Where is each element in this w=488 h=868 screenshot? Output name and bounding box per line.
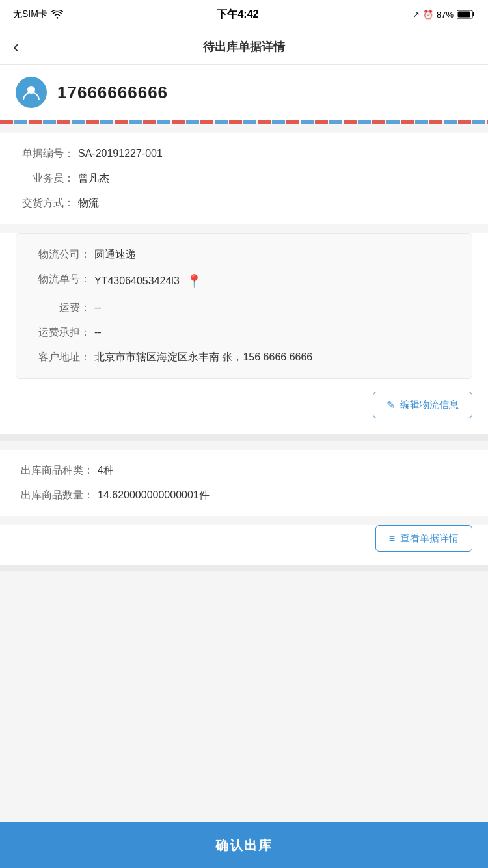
page-title: 待出库单据详情 <box>203 39 285 55</box>
view-icon: ≡ <box>389 533 395 545</box>
delivery-method-row: 交货方式： 物流 <box>16 195 472 211</box>
address-row: 客户地址： 北京市市辖区海淀区永丰南 张，156 6666 6666 <box>32 349 456 365</box>
view-details-button[interactable]: ≡ 查看单据详情 <box>375 525 472 552</box>
order-number-label: 单据编号： <box>16 146 74 161</box>
gray-separator-2 <box>0 565 488 571</box>
delivery-method-value: 物流 <box>78 195 472 211</box>
tracking-location-icon[interactable]: 📍 <box>186 271 202 291</box>
status-left: 无SIM卡 <box>13 8 63 20</box>
bottom-spacer <box>0 571 488 649</box>
wifi-icon <box>51 10 63 19</box>
dashed-divider <box>0 120 488 124</box>
edit-icon: ✎ <box>386 399 395 411</box>
salesman-value: 曾凡杰 <box>78 170 472 186</box>
order-number-value: SA-20191227-001 <box>78 146 472 161</box>
confirm-button-label: 确认出库 <box>215 837 273 854</box>
edit-logistics-button[interactable]: ✎ 编辑物流信息 <box>373 392 472 418</box>
logistics-company-value: 圆通速递 <box>94 247 456 262</box>
confirm-button[interactable]: 确认出库 <box>0 822 488 868</box>
logistics-tracking-value: YT43064053424l3 <box>94 273 180 289</box>
goods-type-value: 4种 <box>98 463 472 478</box>
goods-type-label: 出库商品种类： <box>16 463 94 478</box>
goods-quantity-label: 出库商品数量： <box>16 487 94 503</box>
freight-label: 运费： <box>32 300 90 316</box>
freight-bearer-label: 运费承担： <box>32 325 90 340</box>
freight-bearer-value: -- <box>94 325 456 340</box>
logistics-tracking-value-container: YT43064053424l3 📍 <box>94 271 456 291</box>
logistics-company-row: 物流公司： 圆通速递 <box>32 247 456 262</box>
goods-section: 出库商品种类： 4种 出库商品数量： 14.620000000000001件 <box>0 450 488 516</box>
gray-separator-1 <box>0 434 488 441</box>
nav-bar: ‹ 待出库单据详情 <box>0 29 488 65</box>
svg-rect-1 <box>472 12 474 16</box>
logistics-card: 物流公司： 圆通速递 物流单号： YT43064053424l3 📍 运费： -… <box>16 233 472 379</box>
logistics-company-label: 物流公司： <box>32 247 90 262</box>
view-btn-row: ≡ 查看单据详情 <box>0 525 488 565</box>
edit-btn-row: ✎ 编辑物流信息 <box>16 388 472 425</box>
alarm-icon: ⏰ <box>423 10 433 20</box>
salesman-row: 业务员： 曾凡杰 <box>16 170 472 186</box>
delivery-method-label: 交货方式： <box>16 195 74 211</box>
salesman-label: 业务员： <box>16 170 74 186</box>
goods-type-row: 出库商品种类： 4种 <box>16 463 472 478</box>
status-bar: 无SIM卡 下午4:42 ↗ ⏰ 87% <box>0 0 488 29</box>
freight-bearer-row: 运费承担： -- <box>32 325 456 340</box>
customer-header: 17666666666 <box>0 65 488 120</box>
order-number-row: 单据编号： SA-20191227-001 <box>16 146 472 161</box>
freight-value: -- <box>94 300 456 316</box>
battery-icon <box>457 10 475 19</box>
logistics-section: 物流公司： 圆通速递 物流单号： YT43064053424l3 📍 运费： -… <box>0 233 488 434</box>
location-status-icon: ↗ <box>413 10 420 20</box>
freight-row: 运费： -- <box>32 300 456 316</box>
order-info-section: 单据编号： SA-20191227-001 业务员： 曾凡杰 交货方式： 物流 <box>0 133 488 224</box>
address-label: 客户地址： <box>32 349 90 365</box>
back-button[interactable]: ‹ <box>13 36 19 57</box>
status-right: ↗ ⏰ 87% <box>413 10 475 20</box>
svg-rect-2 <box>457 12 470 18</box>
status-time: 下午4:42 <box>217 8 258 21</box>
edit-logistics-label: 编辑物流信息 <box>400 399 459 411</box>
battery-text: 87% <box>437 10 454 20</box>
logistics-tracking-label: 物流单号： <box>32 271 90 287</box>
no-sim-text: 无SIM卡 <box>13 8 47 20</box>
logistics-tracking-row: 物流单号： YT43064053424l3 📍 <box>32 271 456 291</box>
customer-phone: 17666666666 <box>57 83 168 103</box>
avatar <box>16 77 47 108</box>
view-details-label: 查看单据详情 <box>400 532 459 545</box>
goods-quantity-row: 出库商品数量： 14.620000000000001件 <box>16 487 472 503</box>
goods-quantity-value: 14.620000000000001件 <box>98 487 472 503</box>
address-value: 北京市市辖区海淀区永丰南 张，156 6666 6666 <box>94 349 456 365</box>
